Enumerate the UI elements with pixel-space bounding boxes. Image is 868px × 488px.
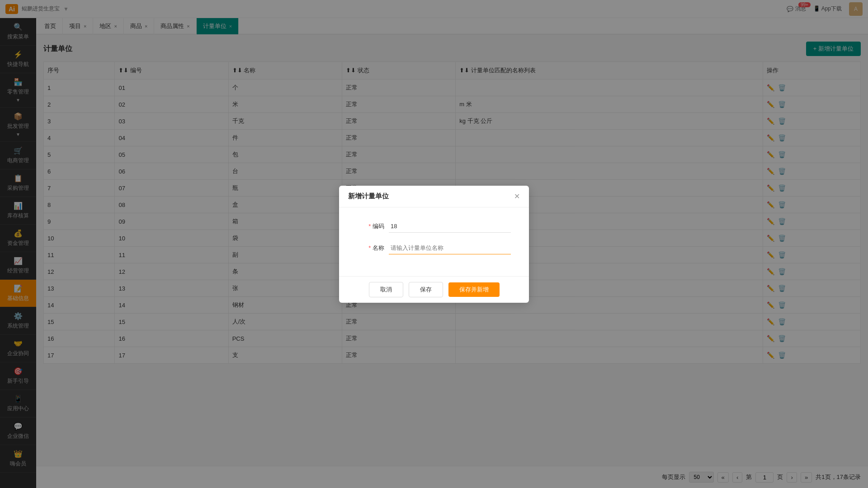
- name-input[interactable]: [389, 242, 511, 254]
- save-and-new-button[interactable]: 保存并新增: [448, 282, 500, 297]
- code-label-text: 编码: [373, 223, 384, 230]
- save-button[interactable]: 保存: [409, 282, 443, 297]
- code-label: * 编码: [357, 222, 384, 230]
- modal-title: 新增计量单位: [348, 192, 389, 201]
- name-label-text: 名称: [373, 244, 384, 251]
- name-required: *: [368, 244, 371, 251]
- modal-body: * 编码 * 名称: [339, 207, 529, 276]
- modal-header: 新增计量单位 ✕: [339, 186, 529, 207]
- name-label: * 名称: [357, 244, 384, 252]
- modal-overlay[interactable]: 新增计量单位 ✕ * 编码 * 名称 取消 保存 保存并新增: [0, 0, 868, 488]
- modal-footer: 取消 保存 保存并新增: [339, 276, 529, 303]
- code-input[interactable]: [389, 220, 511, 233]
- cancel-button[interactable]: 取消: [369, 282, 403, 297]
- form-row-code: * 编码: [357, 220, 511, 233]
- modal-close-button[interactable]: ✕: [514, 192, 520, 201]
- add-unit-modal: 新增计量单位 ✕ * 编码 * 名称 取消 保存 保存并新增: [339, 186, 529, 303]
- form-row-name: * 名称: [357, 242, 511, 254]
- code-required: *: [368, 223, 371, 230]
